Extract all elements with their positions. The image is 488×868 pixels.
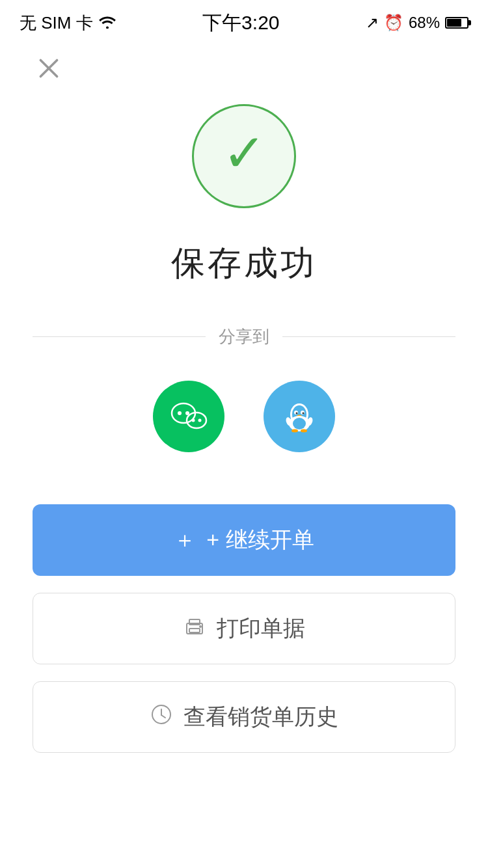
continue-label: + 继续开单 xyxy=(206,525,314,555)
svg-point-13 xyxy=(303,413,305,414)
status-time: 下午3:20 xyxy=(202,10,279,36)
status-bar: 无 SIM 卡 下午3:20 ↗ ⏰ 68% xyxy=(0,0,488,39)
clock-icon xyxy=(150,703,173,731)
status-left: 无 SIM 卡 xyxy=(20,12,116,34)
print-button[interactable]: 打印单据 xyxy=(33,593,455,664)
share-icons-row xyxy=(153,381,335,452)
svg-rect-23 xyxy=(189,629,200,632)
divider-line-right xyxy=(282,336,455,337)
printer-icon xyxy=(183,614,206,643)
svg-point-12 xyxy=(296,413,298,414)
share-label: 分享到 xyxy=(206,325,282,348)
history-label: 查看销货单历史 xyxy=(183,702,338,732)
close-button[interactable] xyxy=(33,52,65,85)
svg-point-16 xyxy=(293,418,306,429)
plus-icon: ＋ xyxy=(174,525,196,555)
location-icon: ↗ xyxy=(366,14,379,32)
wechat-icon xyxy=(169,399,208,435)
continue-button[interactable]: ＋ + 继续开单 xyxy=(33,504,455,576)
main-content: ✓ 保存成功 分享到 xyxy=(0,39,488,753)
svg-point-3 xyxy=(187,413,206,428)
wifi-icon xyxy=(98,13,116,33)
battery-icon xyxy=(445,17,468,29)
svg-point-18 xyxy=(301,429,307,433)
alarm-icon: ⏰ xyxy=(384,14,403,32)
svg-point-6 xyxy=(192,418,195,422)
divider-line-left xyxy=(33,336,206,337)
no-sim-text: 无 SIM 卡 xyxy=(20,12,93,34)
success-title: 保存成功 xyxy=(171,241,317,286)
wechat-share-button[interactable] xyxy=(153,381,224,452)
action-buttons: ＋ + 继续开单 打印单据 xyxy=(0,504,488,753)
share-divider-section: 分享到 xyxy=(0,325,488,348)
svg-point-7 xyxy=(198,418,202,422)
success-circle: ✓ xyxy=(192,104,296,208)
status-right: ↗ ⏰ 68% xyxy=(366,14,468,32)
svg-line-27 xyxy=(161,715,165,718)
svg-point-17 xyxy=(291,429,298,433)
svg-point-24 xyxy=(199,625,202,628)
svg-point-4 xyxy=(178,411,182,415)
svg-point-5 xyxy=(185,411,189,415)
qq-icon xyxy=(280,398,318,435)
battery-text: 68% xyxy=(409,14,440,32)
history-button[interactable]: 查看销货单历史 xyxy=(33,681,455,753)
checkmark-icon: ✓ xyxy=(223,128,266,180)
print-label: 打印单据 xyxy=(217,614,305,644)
qq-share-button[interactable] xyxy=(264,381,335,452)
